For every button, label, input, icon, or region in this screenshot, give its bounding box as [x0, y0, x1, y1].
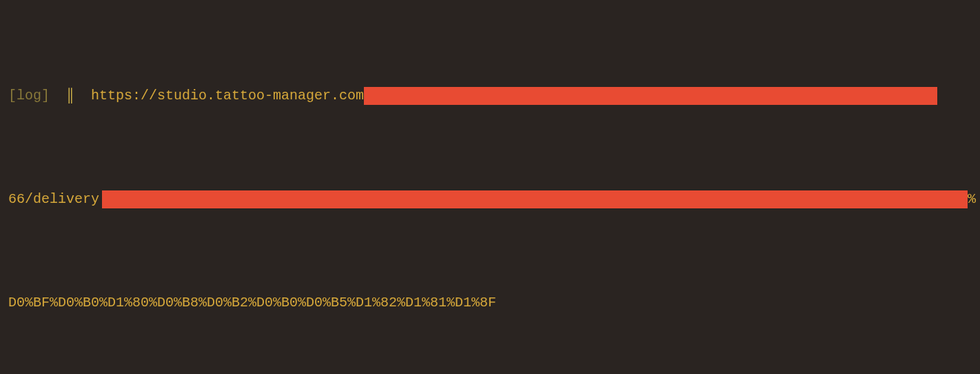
- log-text: https://studio.tattoo-manager.com: [91, 86, 364, 106]
- console-output: [log] ║ https://studio.tattoo-manager.co…: [0, 0, 980, 374]
- log-tag: [log]: [8, 86, 50, 106]
- redacted-region: [364, 87, 937, 105]
- log-line: D0%BF%D0%B0%D1%80%D0%B8%D0%B2%D0%B0%D0%B…: [8, 293, 980, 313]
- redacted-region: [102, 190, 968, 208]
- log-line: 66/delivery%: [8, 189, 980, 210]
- log-line: [log] ║ https://studio.tattoo-manager.co…: [8, 86, 980, 106]
- log-text: 66/delivery: [8, 189, 99, 210]
- log-text: %: [968, 189, 976, 210]
- log-text: D0%BF%D0%B0%D1%80%D0%B8%D0%B2%D0%B0%D0%B…: [8, 293, 496, 313]
- box-char: ║: [50, 86, 91, 106]
